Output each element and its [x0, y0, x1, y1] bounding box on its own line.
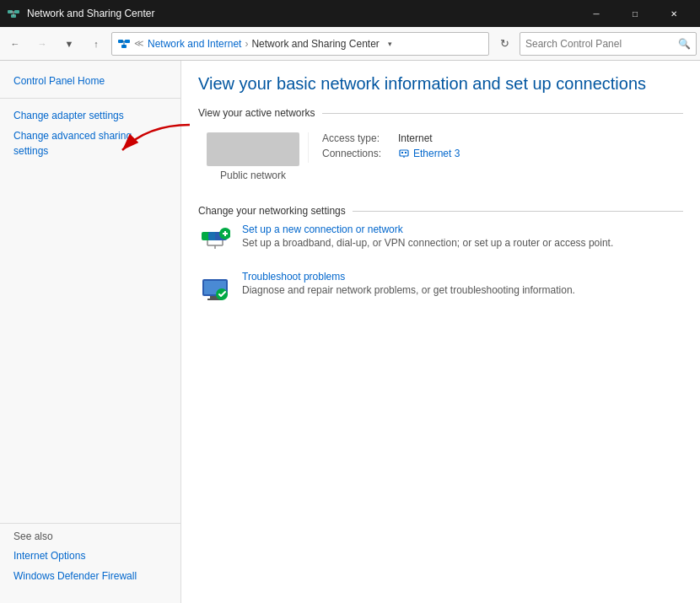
new-connection-item: Set up a new connection or network Set u…: [198, 223, 683, 257]
troubleshoot-link[interactable]: Troubleshoot problems: [242, 271, 575, 283]
breadcrumb-path1[interactable]: Network and Internet: [148, 38, 241, 50]
settings-section: Change your networking settings: [198, 205, 683, 304]
sidebar-item-change-advanced[interactable]: Change advanced sharingsettings: [0, 126, 180, 161]
new-connection-text: Set up a new connection or network Set u…: [242, 223, 613, 249]
network-card: Public network Access type: Internet Con…: [198, 126, 683, 188]
close-button[interactable]: ✕: [654, 0, 693, 27]
see-also-title: See also: [13, 530, 167, 542]
breadcrumb-separator: ≪: [134, 38, 144, 49]
breadcrumb[interactable]: ≪ Network and Internet › Network and Sha…: [111, 32, 489, 56]
window-controls: ─ □ ✕: [577, 0, 693, 27]
titlebar: Network and Sharing Center ─ □ ✕: [0, 0, 700, 27]
connections-row: Connections: Ethernet 3: [322, 148, 683, 159]
new-connection-link[interactable]: Set up a new connection or network: [242, 223, 613, 235]
network-info: Access type: Internet Connections:: [308, 132, 683, 163]
troubleshoot-icon: [198, 271, 232, 304]
new-connection-icon: [198, 223, 232, 257]
sidebar-see-also: See also Internet Options Windows Defend…: [0, 523, 180, 593]
sidebar: Control Panel Home Change adapter settin…: [0, 61, 181, 603]
sidebar-divider: [0, 98, 180, 99]
svg-rect-12: [405, 152, 407, 153]
sidebar-item-internet-options[interactable]: Internet Options: [13, 546, 167, 566]
svg-rect-10: [400, 150, 408, 156]
ethernet-link-text[interactable]: Ethernet 3: [413, 148, 460, 159]
new-connection-desc: Set up a broadband, dial-up, or VPN conn…: [242, 237, 613, 249]
troubleshoot-item: Troubleshoot problems Diagnose and repai…: [198, 271, 683, 304]
troubleshoot-desc: Diagnose and repair network problems, or…: [242, 284, 575, 296]
refresh-button[interactable]: ↻: [493, 32, 516, 56]
access-type-row: Access type: Internet: [322, 132, 683, 144]
network-public-label: Public network: [220, 170, 286, 181]
maximize-button[interactable]: □: [616, 0, 654, 27]
sidebar-spacer: [0, 161, 180, 523]
search-icon[interactable]: 🔍: [678, 38, 691, 50]
page-title: View your basic network information and …: [198, 74, 683, 94]
window-title: Network and Sharing Center: [27, 8, 577, 19]
recent-pages-button[interactable]: ▼: [57, 32, 81, 56]
breadcrumb-dropdown[interactable]: ▾: [385, 38, 396, 50]
svg-rect-1: [14, 10, 19, 13]
search-box: 🔍: [520, 32, 697, 56]
sidebar-item-control-panel-home[interactable]: Control Panel Home: [0, 71, 180, 91]
breadcrumb-path2: Network and Sharing Center: [251, 38, 379, 50]
back-button[interactable]: ←: [3, 32, 27, 56]
up-button[interactable]: ↑: [84, 32, 108, 56]
access-type-value: Internet: [398, 132, 433, 144]
svg-rect-6: [125, 40, 130, 43]
content-area: View your basic network information and …: [181, 61, 700, 603]
search-input[interactable]: [525, 38, 678, 50]
ethernet-link[interactable]: Ethernet 3: [398, 148, 460, 159]
svg-rect-11: [401, 152, 403, 153]
main-layout: Control Panel Home Change adapter settin…: [0, 61, 700, 603]
forward-button[interactable]: →: [30, 32, 54, 56]
app-icon: [7, 7, 20, 20]
network-icon-image: [207, 132, 299, 166]
troubleshoot-text: Troubleshoot problems Diagnose and repai…: [242, 271, 575, 296]
connections-label: Connections:: [322, 148, 398, 159]
network-icon-area: Public network: [198, 132, 308, 181]
sidebar-item-firewall[interactable]: Windows Defender Firewall: [13, 566, 167, 586]
active-networks-header: View your active networks: [198, 107, 683, 119]
access-type-label: Access type:: [322, 132, 398, 144]
breadcrumb-arrow: ›: [245, 38, 248, 50]
sidebar-item-change-adapter[interactable]: Change adapter settings: [0, 105, 180, 126]
breadcrumb-icon: [117, 37, 131, 51]
ethernet-icon: [398, 148, 410, 159]
change-networking-header: Change your networking settings: [198, 205, 683, 217]
minimize-button[interactable]: ─: [577, 0, 616, 27]
addressbar: ← → ▼ ↑ ≪ Network and Internet › Network…: [0, 27, 700, 61]
